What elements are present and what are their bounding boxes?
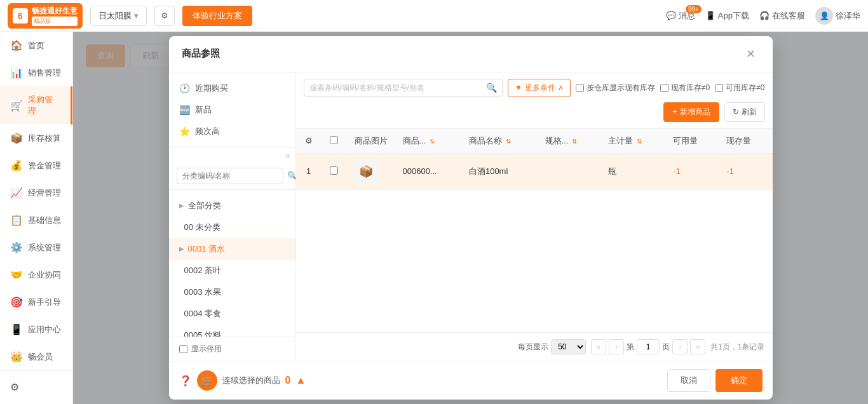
footer-collapse-button[interactable]: ▲ xyxy=(295,375,306,386)
new-icon: 🆕 xyxy=(179,105,190,115)
sidebar-item-home[interactable]: 🏠 首页 xyxy=(0,32,72,59)
expand-icon: ▶ xyxy=(179,202,184,209)
main-layout: 🏠 首页 📊 销售管理 🛒 采购管理 📦 库存核算 💰 资金管理 📈 经营管理 … xyxy=(0,32,868,404)
th-unit[interactable]: 主计量 ⇅ xyxy=(600,129,665,154)
category-0003[interactable]: 0003 水果 xyxy=(169,281,295,303)
nonzero-available-checkbox[interactable] xyxy=(715,84,723,92)
sidebar-item-collapse[interactable]: ◀ xyxy=(0,398,72,404)
product-search-input[interactable] xyxy=(309,83,484,92)
quick-recent[interactable]: 🕐 近期购买 xyxy=(169,77,295,99)
sidebar-item-member[interactable]: 👑 畅会员 xyxy=(0,343,72,370)
sidebar-item-sales[interactable]: 📊 销售管理 xyxy=(0,59,72,86)
quick-frequent[interactable]: ⭐ 频次高 xyxy=(169,121,295,142)
sidebar-item-system[interactable]: ⚙️ 系统管理 xyxy=(0,234,72,261)
th-settings[interactable]: ⚙ xyxy=(296,129,322,154)
expand-icon-0001: ▶ xyxy=(179,245,184,252)
sidebar-item-apps[interactable]: 📱 应用中心 xyxy=(0,316,72,343)
business-icon: 📈 xyxy=(10,187,23,199)
trial-button[interactable]: 体验行业方案 xyxy=(182,6,252,26)
row-checkbox[interactable] xyxy=(330,166,338,175)
next-page-button[interactable]: › xyxy=(672,339,688,354)
nonzero-stock-label[interactable]: 现有库存≠0 xyxy=(660,83,710,93)
th-spec[interactable]: 规格... ⇅ xyxy=(538,129,600,154)
right-panel: 🔍 ▼ 更多条件 ∧ 按仓库显示现有库存 xyxy=(296,72,773,361)
user-menu[interactable]: 👤 徐泽华 xyxy=(815,7,860,25)
cart-icon[interactable]: 🛒 xyxy=(197,370,217,391)
th-image: 商品图片 xyxy=(347,129,395,154)
quick-access: 🕐 近期购买 🆕 新品 ⭐ 频次高 xyxy=(169,72,295,148)
message-badge: 99+ xyxy=(686,5,702,13)
show-warehouse-stock-label[interactable]: 按仓库显示现有库存 xyxy=(576,83,655,93)
category-00[interactable]: 00 未分类 xyxy=(169,217,295,238)
th-checkbox[interactable] xyxy=(322,129,347,154)
category-search-input[interactable] xyxy=(177,168,283,184)
page-size-selector: 每页显示 50 20 100 xyxy=(518,339,586,354)
sidebar-item-settings[interactable]: ⚙ xyxy=(0,376,72,398)
settings-button[interactable]: ⚙ xyxy=(154,6,175,26)
page-number-input[interactable] xyxy=(637,339,660,354)
th-name[interactable]: 商品名称 ⇅ xyxy=(461,129,538,154)
category-search-area: 🔍 xyxy=(169,163,295,190)
prev-page-button[interactable]: ‹ xyxy=(609,339,624,354)
modal-overlay[interactable]: 商品参照 ✕ 🕐 近期购买 🆕 xyxy=(73,32,868,404)
show-disabled-checkbox[interactable] xyxy=(179,345,187,353)
select-all-checkbox[interactable] xyxy=(330,136,338,144)
first-page-button[interactable]: « xyxy=(591,339,606,354)
chevron-down-icon: ▾ xyxy=(134,11,139,20)
category-0002[interactable]: 0002 茶叶 xyxy=(169,260,295,281)
refresh-button[interactable]: ↻ 刷新 xyxy=(724,102,765,122)
phone-icon: 📱 xyxy=(705,11,715,20)
cancel-button[interactable]: 取消 xyxy=(667,369,710,392)
add-product-button[interactable]: + 新增商品 xyxy=(663,102,719,122)
product-table-area: ⚙ 商品图片 商品... ⇅ 商品名称 xyxy=(296,129,773,332)
td-stock: -1 xyxy=(719,153,772,189)
toolbar: 🔍 ▼ 更多条件 ∧ 按仓库显示现有库存 xyxy=(296,72,773,129)
sidebar-item-collab[interactable]: 🤝 企业协同 xyxy=(0,261,72,288)
plus-icon: + xyxy=(672,107,677,116)
product-search-icon[interactable]: 🔍 xyxy=(486,83,497,93)
footer-buttons: 取消 确定 xyxy=(667,369,763,392)
td-name: 白酒100ml xyxy=(461,153,538,189)
category-0001[interactable]: ▶ 0001 酒水 xyxy=(169,238,295,260)
modal-close-button[interactable]: ✕ xyxy=(742,45,760,63)
sidebar-item-finance[interactable]: 💰 资金管理 xyxy=(0,152,72,179)
category-0004[interactable]: 0004 零食 xyxy=(169,303,295,325)
category-search-button[interactable]: 🔍 xyxy=(287,168,296,184)
sidebar-item-purchase[interactable]: 🛒 采购管理 xyxy=(0,86,72,125)
help-icon[interactable]: ❓ xyxy=(179,375,192,387)
table-row[interactable]: 1 📦 000600... 白酒100ml xyxy=(296,153,773,189)
panel-collapse-button[interactable]: « xyxy=(169,148,295,163)
td-available: -1 xyxy=(665,153,719,189)
sidebar-item-business[interactable]: 📈 经营管理 xyxy=(0,179,72,206)
category-0005[interactable]: 0005 饮料 xyxy=(169,325,295,337)
page-size-select[interactable]: 50 20 100 xyxy=(551,339,586,354)
confirm-button[interactable]: 确定 xyxy=(715,369,763,392)
nonzero-available-label[interactable]: 可用库存≠0 xyxy=(715,83,764,93)
show-disabled-area[interactable]: 显示停用 xyxy=(169,337,295,361)
sidebar-item-guide[interactable]: 🎯 新手引导 xyxy=(0,288,72,316)
pagination-bar: 每页显示 50 20 100 « ‹ 第 xyxy=(296,332,773,361)
store-selector[interactable]: 日太阳膜 ▾ xyxy=(90,6,147,26)
online-service-button[interactable]: 🎧 在线客服 xyxy=(759,10,805,22)
category-all[interactable]: ▶ 全部分类 xyxy=(169,195,295,217)
collab-icon: 🤝 xyxy=(10,269,23,281)
apps-icon: 📱 xyxy=(10,323,23,335)
app-download-button[interactable]: 📱 App下载 xyxy=(705,10,749,22)
product-image: 📦 xyxy=(355,160,377,183)
page-info: 共1页，1条记录 xyxy=(710,342,764,353)
modal-header: 商品参照 ✕ xyxy=(169,36,773,72)
last-page-button[interactable]: » xyxy=(690,339,705,354)
logo[interactable]: 6 畅捷通好生意 精品版 xyxy=(8,3,83,29)
td-check[interactable] xyxy=(322,153,347,189)
show-warehouse-stock-checkbox[interactable] xyxy=(576,84,584,92)
more-filter-button[interactable]: ▼ 更多条件 ∧ xyxy=(508,79,571,97)
sidebar-item-basic[interactable]: 📋 基础信息 xyxy=(0,206,72,234)
sort-spec-icon: ⇅ xyxy=(572,138,577,145)
messages-button[interactable]: 💬 消息 99+ xyxy=(666,10,695,22)
refresh-icon: ↻ xyxy=(733,107,739,116)
sidebar-item-inventory[interactable]: 📦 库存核算 xyxy=(0,125,72,152)
modal-footer: ❓ 🛒 连续选择的商品 0 ▲ 取消 确定 xyxy=(169,361,773,400)
quick-new[interactable]: 🆕 新品 xyxy=(169,99,295,121)
th-code[interactable]: 商品... ⇅ xyxy=(395,129,461,154)
nonzero-stock-checkbox[interactable] xyxy=(660,84,668,92)
